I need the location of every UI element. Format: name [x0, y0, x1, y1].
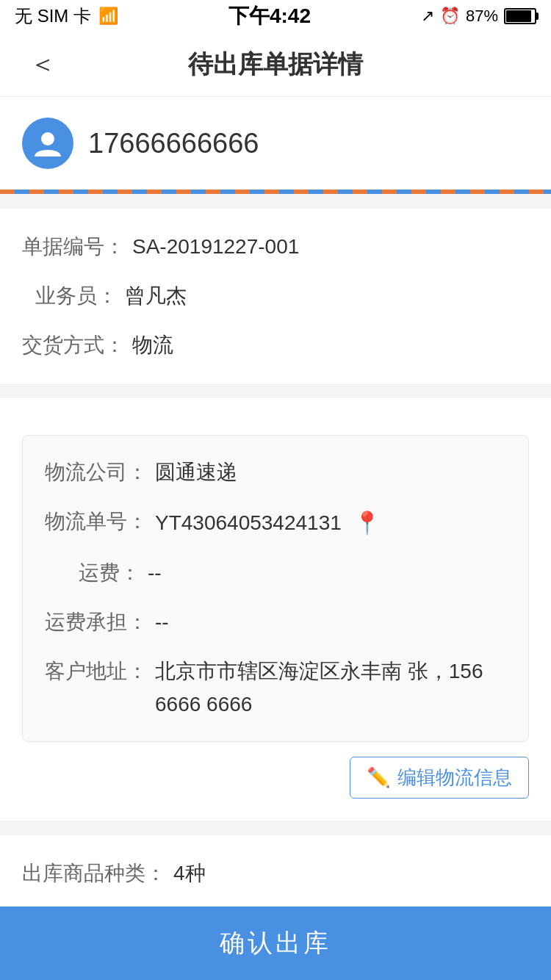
document-number-value: SA-20191227-001	[132, 231, 529, 264]
goods-types-label: 出库商品种类：	[22, 857, 173, 890]
freight-bearer-row: 运费承担： --	[45, 606, 506, 639]
logistics-company-row: 物流公司： 圆通速递	[45, 456, 506, 489]
freight-row: 运费： --	[45, 557, 506, 590]
freight-bearer-value: --	[155, 606, 506, 639]
avatar-icon	[32, 127, 64, 159]
customer-header: 17666666666	[0, 97, 551, 190]
goods-types-row: 出库商品种类： 4种	[22, 857, 529, 890]
address-value: 北京市市辖区海淀区永丰南 张，156 6666 6666	[155, 655, 506, 721]
status-left: 无 SIM 卡 📶	[15, 4, 118, 28]
edit-btn-wrap: ✏️ 编辑物流信息	[22, 742, 529, 799]
status-time: 下午4:42	[228, 2, 311, 30]
sales-rep-value: 曾凡杰	[125, 280, 529, 313]
wifi-icon: 📶	[98, 7, 118, 26]
dashed-divider	[0, 190, 551, 194]
carrier-text: 无 SIM 卡	[15, 4, 91, 28]
address-label: 客户地址：	[45, 655, 155, 688]
logistics-section: 物流公司： 圆通速递 物流单号： YT43064053424131 📍 运费： …	[0, 398, 551, 821]
edit-logistics-button[interactable]: ✏️ 编辑物流信息	[350, 757, 529, 799]
battery-icon	[504, 8, 536, 24]
freight-value: --	[148, 557, 506, 590]
location-status-icon: ↗	[421, 7, 434, 26]
freight-bearer-label: 运费承担：	[45, 606, 155, 639]
tracking-number-value: YT43064053424131 📍	[155, 505, 506, 541]
sales-rep-row: 业务员： 曾凡杰	[22, 280, 529, 313]
alarm-icon: ⏰	[440, 7, 460, 26]
document-info-section: 单据编号： SA-20191227-001 业务员： 曾凡杰 交货方式： 物流	[0, 209, 551, 383]
delivery-method-label: 交货方式：	[22, 329, 132, 362]
page-title: 待出库单据详情	[188, 48, 363, 82]
avatar	[22, 118, 73, 169]
sales-rep-label: 业务员：	[22, 280, 125, 313]
status-right: ↗ ⏰ 87%	[421, 7, 536, 26]
logistics-company-label: 物流公司：	[45, 456, 155, 489]
confirm-button[interactable]: 确认出库	[220, 926, 331, 960]
delivery-method-value: 物流	[132, 329, 529, 362]
logistics-company-value: 圆通速递	[155, 456, 506, 489]
map-pin-icon[interactable]: 📍	[353, 505, 381, 541]
freight-label: 运费：	[45, 557, 148, 590]
nav-bar: ＜ 待出库单据详情	[0, 32, 551, 97]
edit-icon: ✏️	[367, 766, 390, 789]
document-number-label: 单据编号：	[22, 231, 132, 264]
document-number-row: 单据编号： SA-20191227-001	[22, 231, 529, 264]
address-row: 客户地址： 北京市市辖区海淀区永丰南 张，156 6666 6666	[45, 655, 506, 721]
confirm-button-wrap[interactable]: 确认出库	[0, 907, 551, 980]
status-bar: 无 SIM 卡 📶 下午4:42 ↗ ⏰ 87%	[0, 0, 551, 32]
goods-types-value: 4种	[173, 857, 529, 890]
back-button[interactable]: ＜	[22, 39, 63, 90]
tracking-number-label: 物流单号：	[45, 505, 155, 538]
tracking-number-row: 物流单号： YT43064053424131 📍	[45, 505, 506, 541]
customer-phone: 17666666666	[88, 128, 259, 159]
delivery-method-row: 交货方式： 物流	[22, 329, 529, 362]
battery-text: 87%	[466, 7, 498, 26]
logistics-card: 物流公司： 圆通速递 物流单号： YT43064053424131 📍 运费： …	[22, 435, 529, 742]
svg-point-0	[41, 132, 54, 145]
